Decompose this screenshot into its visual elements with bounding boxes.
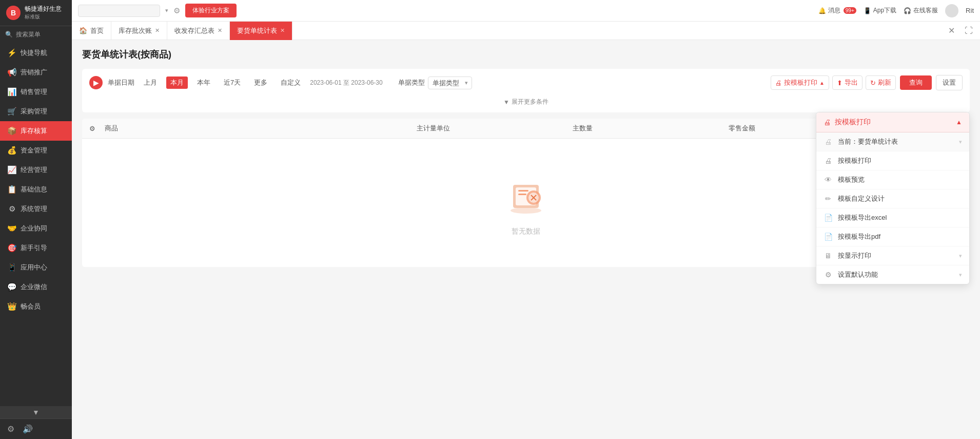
app-badge: 标准版 <box>25 13 62 21</box>
toolbar-actions: 🖨 按模板打印 ▲ ⬆ 导出 ↻ 刷新 <box>771 75 896 90</box>
sidebar-item-wechat[interactable]: 💬 企业微信 <box>0 277 72 297</box>
shortcut-icon: ⚡ <box>7 48 16 58</box>
tab-requisition[interactable]: 要货单统计表 ✕ <box>230 22 292 40</box>
sidebar-item-operations[interactable]: 📈 经营管理 <box>0 160 72 180</box>
sidebar-item-collab[interactable]: 🤝 企业协同 <box>0 219 72 238</box>
filter-more-row: ▼ 展开更多条件 <box>89 96 963 106</box>
print-default-settings-item[interactable]: ⚙ 设置默认功能 ▾ <box>816 265 969 284</box>
tab-requisition-close[interactable]: ✕ <box>280 27 285 34</box>
tab-receipt-close[interactable]: ✕ <box>218 27 222 34</box>
empty-text: 暂无数据 <box>512 227 540 236</box>
export-btn[interactable]: ⬆ 导出 <box>832 75 863 90</box>
refresh-btn[interactable]: ↻ 刷新 <box>866 75 896 90</box>
sidebar-item-sales[interactable]: 📊 销售管理 <box>0 82 72 102</box>
filter-date-more[interactable]: 更多 <box>250 77 271 89</box>
tab-home[interactable]: 🏠 首页 <box>72 22 111 40</box>
notifications-btn[interactable]: 🔔 消息 99+ <box>818 6 856 15</box>
filter-date-custom[interactable]: 自定义 <box>277 77 305 89</box>
avatar[interactable] <box>945 4 958 17</box>
print-export-pdf-item[interactable]: 📄 按模板导出pdf <box>816 227 969 246</box>
filter-date-last-month[interactable]: 上月 <box>140 77 161 89</box>
filter-bar: ▶ 单据日期 上月 本月 本年 近7天 更多 自定义 2023-06-01 至 … <box>82 69 970 112</box>
print-export-excel-item[interactable]: 📄 按模板导出excel <box>816 208 969 227</box>
tabs-close-btn[interactable]: ✕ <box>944 24 958 38</box>
print-btn[interactable]: 🖨 按模板打印 ▲ <box>771 75 829 90</box>
refresh-icon: ↻ <box>870 79 876 87</box>
headset-icon: 🎧 <box>904 7 911 14</box>
filter-query-btn[interactable]: 查询 <box>900 75 932 90</box>
display-print-label: 按显示打印 <box>838 251 871 260</box>
print-dropdown-chevron-icon[interactable]: ▲ <box>956 119 962 126</box>
print-template-preview-item[interactable]: 👁 模板预览 <box>816 170 969 189</box>
sidebar-item-system[interactable]: ⚙ 系统管理 <box>0 199 72 219</box>
wechat-icon: 💬 <box>7 282 16 292</box>
logo-icon: B <box>6 6 21 20</box>
sidebar-item-label: 新手引导 <box>21 243 47 253</box>
display-print-arrow: ▾ <box>959 253 962 259</box>
sidebar-sound-icon[interactable]: 🔊 <box>23 424 33 434</box>
template-custom-label: 模板自定义设计 <box>838 194 885 203</box>
tab-receipt[interactable]: 收发存汇总表 ✕ <box>167 22 230 40</box>
notifications-badge: 99+ <box>844 7 856 14</box>
tab-batch-close[interactable]: ✕ <box>155 27 160 34</box>
bell-icon: 🔔 <box>818 7 826 14</box>
app-download-btn[interactable]: 📱 App下载 <box>864 6 896 15</box>
tabs-expand-btn[interactable]: ⛶ <box>962 24 976 38</box>
sidebar-scroll-down[interactable]: ▼ <box>0 406 72 418</box>
print-display-print-item[interactable]: 🖥 按显示打印 ▾ <box>816 246 969 265</box>
topbar-search-chevron[interactable]: ▾ <box>165 7 168 14</box>
filter-date-7days[interactable]: 近7天 <box>220 77 245 89</box>
sidebar-item-shortcut[interactable]: ⚡ 快捷导航 <box>0 43 72 63</box>
print-template-print-item[interactable]: 🖨 按模板打印 <box>816 151 969 170</box>
sidebar-item-finance[interactable]: 💰 资金管理 <box>0 141 72 160</box>
export-pdf-icon: 📄 <box>824 233 833 241</box>
template-preview-label: 模板预览 <box>838 175 865 184</box>
filter-expand-more-btn[interactable]: ▼ 展开更多条件 <box>503 98 548 106</box>
print-current-item[interactable]: 🖨 当前：要货单统计表 ▾ <box>816 132 969 151</box>
sidebar-item-member[interactable]: 👑 畅会员 <box>0 297 72 316</box>
export-label: 导出 <box>845 78 858 87</box>
sidebar-item-inventory[interactable]: 📦 库存核算 <box>0 121 72 141</box>
filter-date-label: 单据日期 <box>108 78 134 87</box>
notifications-label: 消息 <box>828 6 840 15</box>
filter-date-current-month[interactable]: 本月 <box>166 77 188 89</box>
sidebar-nav: ⚡ 快捷导航 📢 营销推广 📊 销售管理 🛒 采购管理 📦 库存核算 💰 资金管… <box>0 43 72 406</box>
sidebar-item-label: 应用中心 <box>21 263 47 272</box>
sidebar-item-basic[interactable]: 📋 基础信息 <box>0 180 72 199</box>
topbar-search-wrap <box>78 5 160 17</box>
filter-date-current-year[interactable]: 本年 <box>193 77 214 89</box>
filter-type-select[interactable]: 单据类型 <box>428 77 472 89</box>
settings-col-icon[interactable]: ⚙ <box>89 125 95 132</box>
tabs-bar: 🏠 首页 库存批次账 ✕ 收发存汇总表 ✕ 要货单统计表 ✕ ✕ ⛶ <box>72 22 980 40</box>
refresh-label: 刷新 <box>878 78 891 87</box>
filter-settings-btn[interactable]: 设置 <box>936 75 963 90</box>
sidebar-item-marketing[interactable]: 📢 营销推广 <box>0 63 72 82</box>
expand-chevron-icon: ▼ <box>503 99 509 106</box>
sidebar-item-purchase[interactable]: 🛒 采购管理 <box>0 102 72 121</box>
filter-type-wrap: 单据类型 单据类型 ▾ <box>398 77 472 89</box>
sidebar-settings-icon[interactable]: ⚙ <box>7 424 14 434</box>
sidebar-item-newuser[interactable]: 🎯 新手引导 <box>0 238 72 258</box>
sidebar-search[interactable]: 🔍 搜索菜单 <box>0 26 72 43</box>
sidebar-item-label: 企业微信 <box>21 282 47 292</box>
sidebar-bottom: ⚙ 🔊 <box>0 418 72 439</box>
filter-expand-btn[interactable]: ▶ <box>89 76 103 89</box>
logo-text-wrap: 畅捷通好生意 标准版 <box>25 5 62 21</box>
print-current-icon: 🖨 <box>824 138 833 146</box>
sidebar-item-label: 采购管理 <box>21 107 47 116</box>
topbar-search-input[interactable] <box>78 5 160 17</box>
sidebar-item-label: 系统管理 <box>21 204 47 214</box>
sidebar-item-appcenter[interactable]: 📱 应用中心 <box>0 258 72 277</box>
tab-batch[interactable]: 库存批次账 ✕ <box>111 22 167 40</box>
default-settings-icon: ⚙ <box>824 271 833 279</box>
purchase-icon: 🛒 <box>7 107 16 116</box>
default-settings-label: 设置默认功能 <box>838 270 878 279</box>
online-service-btn[interactable]: 🎧 在线客服 <box>904 6 938 15</box>
svg-rect-7 <box>518 190 528 192</box>
print-template-custom-item[interactable]: ✏ 模板自定义设计 <box>816 189 969 208</box>
topbar-settings-icon[interactable]: ⚙ <box>173 6 180 15</box>
tabs-right: ✕ ⛶ <box>944 24 980 38</box>
finance-icon: 💰 <box>7 146 16 155</box>
print-dropdown-header: 🖨 按模板打印 ▲ <box>816 112 969 132</box>
trial-btn[interactable]: 体验行业方案 <box>185 4 237 17</box>
